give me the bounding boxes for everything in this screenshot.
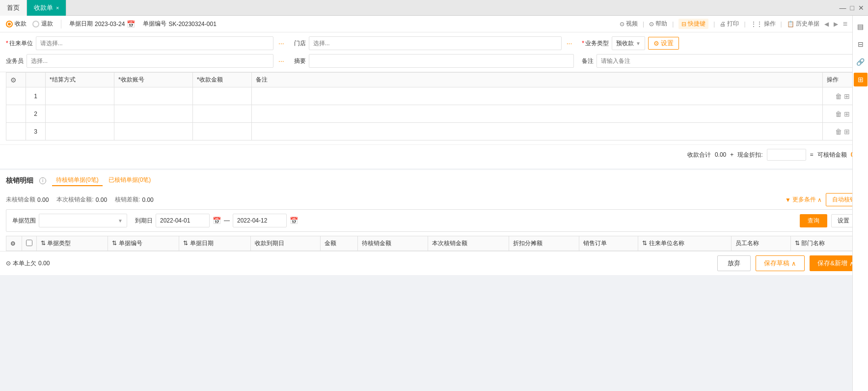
- calendar-icon[interactable]: 📅: [127, 20, 135, 28]
- due-date-start-input[interactable]: [156, 214, 210, 227]
- staff-more-btn[interactable]: ···: [276, 57, 286, 65]
- bottom-col-date: ⇅ 单据日期: [179, 236, 250, 251]
- tab-bar-controls: — □ ✕: [840, 4, 868, 12]
- business-type-select[interactable]: 预收款 ▼: [612, 36, 645, 50]
- layout-icon[interactable]: ≡: [843, 20, 847, 28]
- summary-input[interactable]: [309, 54, 574, 68]
- form-row-2: 业务员 ··· 摘要 备注: [6, 54, 862, 68]
- row2-delete-icon[interactable]: 🗑: [835, 110, 842, 118]
- diff-stat: 核销差额: 0.00: [115, 196, 154, 204]
- remark-input[interactable]: [597, 54, 862, 68]
- bottom-col-type: ⇅ 单据类型: [37, 236, 108, 251]
- row1-copy-icon[interactable]: ⊞: [844, 92, 850, 100]
- shortcut-btn[interactable]: ⊟ 快捷键: [678, 19, 708, 29]
- writeoff-header: 核销明细 i 待核销单据(0笔) 已核销单据(0笔): [6, 175, 862, 186]
- business-type-label: 业务类型: [582, 39, 609, 48]
- footer-right: 放弃 保存草稿 ∧ 保存&新增 ∧: [717, 255, 862, 271]
- summary-row: 收款合计 0.00 + 现金折扣: = 可核销金额 0.00: [0, 144, 868, 165]
- bottom-col-settings[interactable]: ⚙: [6, 236, 22, 251]
- filter-action-btns: 查询 设置: [800, 214, 856, 227]
- restore-icon[interactable]: □: [850, 4, 854, 12]
- bottom-col-partner: ⇅ 往来单位名称: [638, 236, 732, 251]
- nav-prev-icon[interactable]: ◀: [824, 21, 829, 28]
- receipt-radio[interactable]: 收款: [6, 20, 27, 28]
- row1-delete-icon[interactable]: 🗑: [835, 92, 842, 100]
- settings-button[interactable]: ⚙ 设置: [648, 37, 679, 50]
- query-btn[interactable]: 查询: [800, 214, 827, 227]
- bottom-col-check[interactable]: [22, 236, 37, 251]
- partner-input[interactable]: [36, 36, 273, 50]
- store-more-btn[interactable]: ···: [565, 39, 574, 47]
- gear-icon: ⚙: [653, 40, 659, 47]
- sidebar-icon-2[interactable]: ⊟: [854, 37, 868, 51]
- col-payment-header: *结算方式: [46, 73, 114, 87]
- remark-label: 备注: [582, 57, 594, 65]
- close-window-icon[interactable]: ✕: [858, 4, 864, 12]
- info-icon[interactable]: i: [39, 177, 46, 184]
- tab-receipt[interactable]: 收款单 ×: [27, 0, 66, 16]
- minimize-icon[interactable]: —: [840, 4, 846, 12]
- receipt-radio-dot: [6, 21, 13, 28]
- row3-delete-icon[interactable]: 🗑: [835, 128, 842, 136]
- bottom-settings-icon[interactable]: ⚙: [10, 240, 16, 247]
- action-btn[interactable]: ⋮⋮ 操作: [751, 20, 776, 28]
- sidebar-icon-3[interactable]: 🔗: [854, 55, 868, 69]
- col-settings-header[interactable]: ⚙: [6, 73, 26, 87]
- current-writeoff-label: 本次核销金额:: [56, 196, 93, 204]
- due-date-end-input[interactable]: [233, 214, 287, 227]
- date-label: 单据日期: [69, 20, 93, 28]
- range-select[interactable]: ▼: [39, 214, 127, 227]
- range-field: 单据范围 ▼: [12, 214, 127, 227]
- table-settings-icon[interactable]: ⚙: [10, 76, 17, 84]
- bottom-table: ⚙ ⇅ 单据类型 ⇅ 单据编号: [6, 236, 862, 251]
- help-icon: ⊙: [649, 21, 654, 28]
- right-sidebar: ▤ ⊟ 🔗 ⊞: [852, 16, 868, 275]
- tab-bar: 首页 收款单 × — □ ✕: [0, 0, 868, 16]
- end-calendar-icon[interactable]: 📅: [290, 217, 298, 224]
- tab-done[interactable]: 已核销单据(0笔): [105, 175, 155, 186]
- tab-pending[interactable]: 待核销单据(0笔): [52, 175, 103, 186]
- writeoff-section: 核销明细 i 待核销单据(0笔) 已核销单据(0笔) 未核销金额 0.00 本次…: [0, 168, 868, 251]
- unchecked-label: 未核销金额: [6, 196, 35, 204]
- equals-sign: =: [810, 151, 814, 158]
- print-btn[interactable]: 🖨 打印: [720, 20, 739, 28]
- filter-right: ▼ 更多条件 ∧ 自动核销: [785, 193, 862, 206]
- select-all-checkbox[interactable]: [26, 240, 32, 246]
- discount-label: 现金折扣:: [737, 151, 762, 159]
- sort-icon: ⇅: [41, 240, 46, 247]
- sidebar-icon-4[interactable]: ⊞: [854, 73, 868, 86]
- staff-label: 业务员: [6, 57, 24, 65]
- diff-label: 核销差额:: [115, 196, 140, 204]
- draft-arrow-icon: ∧: [791, 260, 796, 267]
- receipt-table-section: ⚙ *结算方式 *收款账号 *收款金额 备注: [0, 72, 868, 144]
- table-row: 2 🗑 ⊞: [6, 105, 862, 123]
- refund-radio[interactable]: 退款: [32, 20, 53, 28]
- help-btn[interactable]: ⊙ 帮助: [649, 20, 667, 28]
- total-value: 0.00: [715, 151, 726, 158]
- discount-input[interactable]: [767, 149, 806, 161]
- nav-next-icon[interactable]: ▶: [834, 21, 838, 28]
- staff-input[interactable]: [27, 54, 273, 68]
- current-stat: 本次核销金额: 0.00: [56, 196, 107, 204]
- sidebar-icon-1[interactable]: ▤: [854, 20, 868, 33]
- store-field: 门店 ···: [294, 36, 574, 50]
- store-input[interactable]: [309, 36, 562, 50]
- row3-copy-icon[interactable]: ⊞: [844, 128, 850, 136]
- form-container: 收款 退款 单据日期 2023-03-24 📅 单据编号 SK-20230324…: [0, 16, 868, 275]
- footer-info: ⊙ 本单上欠 0.00: [6, 259, 50, 268]
- draft-btn[interactable]: 保存草稿 ∧: [756, 255, 805, 271]
- col-num-header: [26, 73, 46, 87]
- row2-copy-icon[interactable]: ⊞: [844, 110, 850, 118]
- tab-close-icon[interactable]: ×: [56, 5, 59, 11]
- date-value: 2023-03-24: [95, 21, 125, 28]
- start-calendar-icon[interactable]: 📅: [213, 217, 221, 224]
- more-conditions-btn[interactable]: ▼ 更多条件 ∧: [785, 196, 822, 204]
- video-icon: ⊙: [620, 21, 624, 28]
- tab-home[interactable]: 首页: [0, 0, 27, 16]
- due-date-label: 到期日: [135, 217, 153, 225]
- footer-info-icon[interactable]: ⊙: [6, 260, 11, 267]
- partner-more-btn[interactable]: ···: [276, 39, 286, 47]
- video-btn[interactable]: ⊙ 视频: [620, 20, 638, 28]
- history-btn[interactable]: 📋 历史单据: [787, 20, 819, 28]
- abandon-btn[interactable]: 放弃: [717, 255, 751, 271]
